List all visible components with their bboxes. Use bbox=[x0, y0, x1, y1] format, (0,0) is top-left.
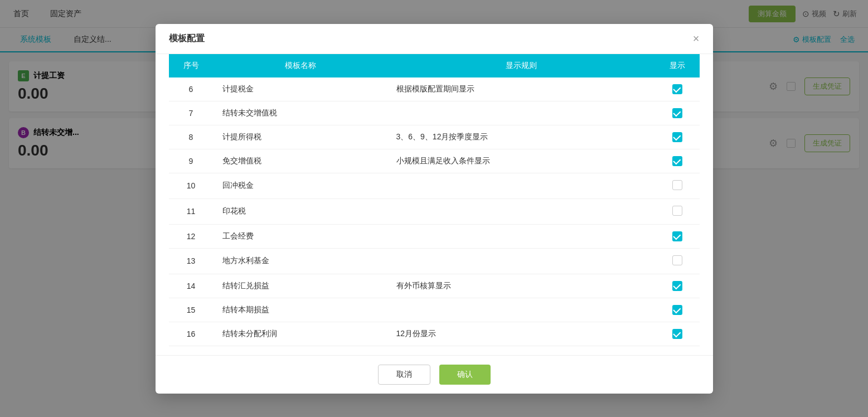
row-name: 结转未分配利润 bbox=[214, 322, 387, 346]
row-index: 9 bbox=[169, 149, 214, 173]
table-row: 13地方水利基金 bbox=[169, 248, 700, 274]
row-display bbox=[655, 125, 700, 149]
row-index: 16 bbox=[169, 322, 214, 346]
row-index: 6 bbox=[169, 77, 214, 101]
config-table: 序号 模板名称 显示规则 显示 6计提税金根据模版配置期间显示7结转未交增值税8… bbox=[169, 54, 700, 346]
table-row: 12工会经费 bbox=[169, 224, 700, 248]
table-row: 14结转汇兑损益有外币核算显示 bbox=[169, 274, 700, 298]
table-row: 15结转本期损益 bbox=[169, 298, 700, 322]
row-rule: 根据模版配置期间显示 bbox=[387, 77, 655, 101]
row-checkbox[interactable] bbox=[672, 231, 682, 241]
table-row: 9免交增值税小规模且满足收入条件显示 bbox=[169, 149, 700, 173]
row-index: 7 bbox=[169, 101, 214, 125]
row-checkbox[interactable] bbox=[672, 255, 682, 265]
row-name: 印花税 bbox=[214, 198, 387, 224]
row-checkbox[interactable] bbox=[672, 180, 682, 190]
table-header: 序号 模板名称 显示规则 显示 bbox=[169, 54, 700, 77]
col-index: 序号 bbox=[169, 54, 214, 77]
row-name: 免交增值税 bbox=[214, 149, 387, 173]
row-rule: 小规模且满足收入条件显示 bbox=[387, 149, 655, 173]
row-rule bbox=[387, 173, 655, 198]
row-index: 14 bbox=[169, 274, 214, 298]
row-index: 12 bbox=[169, 224, 214, 248]
row-rule: 12月份显示 bbox=[387, 322, 655, 346]
modal-body: 序号 模板名称 显示规则 显示 6计提税金根据模版配置期间显示7结转未交增值税8… bbox=[156, 54, 713, 355]
modal-header: 模板配置 × bbox=[156, 24, 713, 54]
row-rule: 3、6、9、12月按季度显示 bbox=[387, 125, 655, 149]
row-rule bbox=[387, 248, 655, 274]
row-rule bbox=[387, 101, 655, 125]
row-checkbox[interactable] bbox=[672, 305, 682, 315]
table-row: 16结转未分配利润12月份显示 bbox=[169, 322, 700, 346]
confirm-button[interactable]: 确认 bbox=[439, 365, 491, 385]
row-name: 结转本期损益 bbox=[214, 298, 387, 322]
col-name: 模板名称 bbox=[214, 54, 387, 77]
row-display bbox=[655, 274, 700, 298]
row-checkbox[interactable] bbox=[672, 132, 682, 142]
row-name: 回冲税金 bbox=[214, 173, 387, 198]
table-row: 8计提所得税3、6、9、12月按季度显示 bbox=[169, 125, 700, 149]
row-display bbox=[655, 298, 700, 322]
row-index: 13 bbox=[169, 248, 214, 274]
row-index: 11 bbox=[169, 198, 214, 224]
row-checkbox[interactable] bbox=[672, 108, 682, 118]
row-index: 10 bbox=[169, 173, 214, 198]
row-index: 15 bbox=[169, 298, 214, 322]
row-rule bbox=[387, 198, 655, 224]
row-index: 8 bbox=[169, 125, 214, 149]
row-checkbox[interactable] bbox=[672, 329, 682, 339]
row-rule bbox=[387, 224, 655, 248]
modal-title: 模板配置 bbox=[169, 33, 205, 45]
col-rule: 显示规则 bbox=[387, 54, 655, 77]
row-display bbox=[655, 149, 700, 173]
row-name: 计提税金 bbox=[214, 77, 387, 101]
row-display bbox=[655, 77, 700, 101]
row-display bbox=[655, 224, 700, 248]
modal-template-config: 模板配置 × 序号 模板名称 显示规则 显示 6计提税金根据模版配置期间显示7结… bbox=[156, 24, 713, 394]
row-name: 结转未交增值税 bbox=[214, 101, 387, 125]
row-name: 地方水利基金 bbox=[214, 248, 387, 274]
modal-footer: 取消 确认 bbox=[156, 355, 713, 394]
row-rule bbox=[387, 298, 655, 322]
row-rule: 有外币核算显示 bbox=[387, 274, 655, 298]
row-checkbox[interactable] bbox=[672, 281, 682, 291]
row-display bbox=[655, 198, 700, 224]
table-row: 7结转未交增值税 bbox=[169, 101, 700, 125]
row-display bbox=[655, 322, 700, 346]
row-name: 工会经费 bbox=[214, 224, 387, 248]
cancel-button[interactable]: 取消 bbox=[378, 365, 430, 385]
row-checkbox[interactable] bbox=[672, 206, 682, 216]
table-row: 10回冲税金 bbox=[169, 173, 700, 198]
modal-close-button[interactable]: × bbox=[693, 33, 700, 44]
table-row: 6计提税金根据模版配置期间显示 bbox=[169, 77, 700, 101]
modal-overlay[interactable]: 模板配置 × 序号 模板名称 显示规则 显示 6计提税金根据模版配置期间显示7结… bbox=[0, 0, 868, 417]
row-checkbox[interactable] bbox=[672, 156, 682, 166]
row-name: 计提所得税 bbox=[214, 125, 387, 149]
table-body: 6计提税金根据模版配置期间显示7结转未交增值税8计提所得税3、6、9、12月按季… bbox=[169, 77, 700, 346]
row-name: 结转汇兑损益 bbox=[214, 274, 387, 298]
row-checkbox[interactable] bbox=[672, 84, 682, 94]
row-display bbox=[655, 173, 700, 198]
row-display bbox=[655, 101, 700, 125]
col-display: 显示 bbox=[655, 54, 700, 77]
row-display bbox=[655, 248, 700, 274]
table-row: 11印花税 bbox=[169, 198, 700, 224]
